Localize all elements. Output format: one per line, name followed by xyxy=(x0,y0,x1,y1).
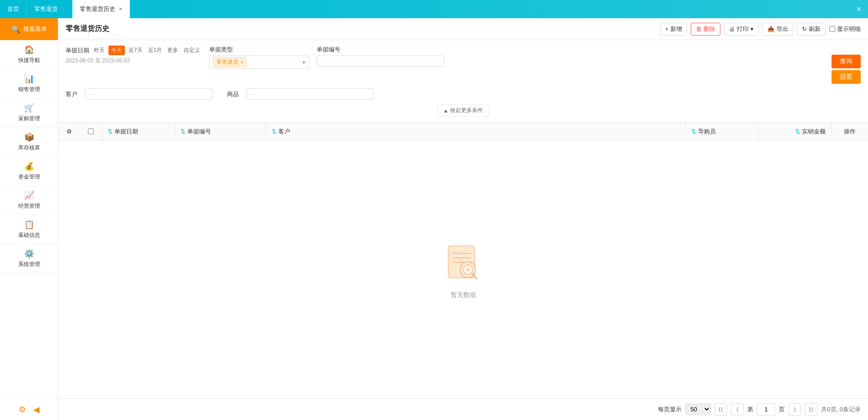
sidebar-item-operations[interactable]: 📈 经营管理 xyxy=(0,186,58,215)
type-tag: 零售退货 × xyxy=(213,57,247,67)
select-all-checkbox[interactable] xyxy=(88,128,94,134)
sidebar-item-inventory[interactable]: 📦 库存核算 xyxy=(0,128,58,157)
show-detail-checkbox-label[interactable]: 显示明细 xyxy=(829,25,861,33)
export-button[interactable]: 📤 导出 xyxy=(762,23,793,36)
window-close-button[interactable]: × xyxy=(850,0,868,18)
purchase-icon: 🛒 xyxy=(24,103,34,113)
empty-state-illustration xyxy=(441,240,486,286)
goods-input[interactable]: ··· xyxy=(246,88,374,100)
top-bar: 首页 零售退货 × 零售退货历史 × × xyxy=(0,0,868,18)
sort-number-icon: ⇅ xyxy=(180,128,185,135)
sidebar-bottom: ⚙ ◀ xyxy=(0,398,58,420)
empty-text: 暂无数据 xyxy=(451,291,476,299)
sidebar-item-finance[interactable]: 💰 资金管理 xyxy=(0,157,58,186)
sort-amount-icon: ⇅ xyxy=(795,128,800,135)
type-filter: 单据类型 零售退货 × ▾ xyxy=(209,46,309,69)
page-prefix: 第 xyxy=(747,405,753,414)
close-tab-retail-return-history[interactable]: × xyxy=(119,6,122,12)
date-shortcut-last7[interactable]: 近7天 xyxy=(127,46,144,55)
last-page-button[interactable]: ⟩⟩ xyxy=(805,403,817,416)
settings-column-icon: ⚙ xyxy=(67,128,72,135)
print-dropdown-icon: ▾ xyxy=(750,26,754,32)
pagination-bar: 每页显示 10 20 50 100 ⟨⟨ ⟨ 第 页 ⟩ ⟩⟩ 共0页, 0条记… xyxy=(58,398,868,420)
sidebar-item-purchase-mgmt[interactable]: 🛒 采购管理 xyxy=(0,98,58,128)
main-layout: 🔍 搜索菜单 🏠 快捷导航 📊 销售管理 🛒 采购管理 📦 库存核算 💰 资金管… xyxy=(0,18,868,420)
date-shortcut-more[interactable]: 更多 xyxy=(165,46,180,55)
th-checkbox[interactable] xyxy=(80,123,102,140)
tab-retail-return[interactable]: 零售退货 × xyxy=(27,0,72,18)
customer-filter: 客户 ··· xyxy=(66,88,212,100)
type-select-arrow-icon: ▾ xyxy=(303,59,305,66)
per-page-select[interactable]: 10 20 50 100 xyxy=(685,404,711,415)
th-amount[interactable]: ⇅ 实销金额 xyxy=(759,123,832,140)
collapse-sidebar-icon[interactable]: ◀ xyxy=(33,405,40,415)
filter-area: 单据日期 昨天 今天 近7天 近1月 更多 自定义 2023-06-02 至 2… xyxy=(58,40,868,123)
type-tag-remove[interactable]: × xyxy=(240,59,243,66)
th-settings[interactable]: ⚙ xyxy=(58,123,80,140)
collapse-filter-button[interactable]: ▲ 收起更多条件 xyxy=(437,104,489,117)
page-suffix: 页 xyxy=(779,405,785,414)
sidebar-search[interactable]: 🔍 搜索菜单 xyxy=(0,18,58,40)
page-header: 零售退货历史 + 新增 🗑 删除 🖨 打印 ▾ 📤 导出 ↻ xyxy=(58,18,868,40)
sidebar-item-sales-mgmt[interactable]: 📊 销售管理 xyxy=(0,69,58,98)
content-area: 零售退货历史 + 新增 🗑 删除 🖨 打印 ▾ 📤 导出 ↻ xyxy=(58,18,868,420)
tab-home[interactable]: 首页 xyxy=(0,0,27,18)
sort-date-icon: ⇅ xyxy=(108,128,113,135)
new-button[interactable]: + 新增 xyxy=(660,23,687,36)
page-title: 零售退货历史 xyxy=(66,24,660,34)
date-shortcut-last1m[interactable]: 近1月 xyxy=(146,46,164,55)
table-area: ⚙ ⇅ 单据日期 ⇅ 单据编号 ⇅ 客户 ⇅ xyxy=(58,123,868,398)
first-page-button[interactable]: ⟨⟨ xyxy=(714,403,727,416)
th-date[interactable]: ⇅ 单据日期 xyxy=(102,123,175,140)
date-shortcut-today[interactable]: 今天 xyxy=(108,46,125,55)
th-customer[interactable]: ⇅ 客户 xyxy=(266,123,686,140)
sidebar-item-system[interactable]: ⚙️ 系统管理 xyxy=(0,244,58,273)
sort-customer-icon: ⇅ xyxy=(272,128,277,135)
close-tab-retail-return[interactable]: × xyxy=(62,6,65,12)
operations-icon: 📈 xyxy=(24,190,34,200)
th-guide[interactable]: ⇅ 导购员 xyxy=(686,123,759,140)
export-icon: 📤 xyxy=(767,26,775,32)
action-buttons: 查询 设置 xyxy=(832,55,861,84)
refresh-icon: ↻ xyxy=(802,26,807,32)
delete-icon: 🗑 xyxy=(696,26,702,32)
total-info: 共0页, 0条记录 xyxy=(821,405,861,414)
doc-number-input[interactable] xyxy=(317,56,444,67)
date-shortcut-yesterday[interactable]: 昨天 xyxy=(92,46,107,55)
customer-input[interactable]: ··· xyxy=(85,88,212,100)
sidebar-item-quick-nav[interactable]: 🏠 快捷导航 xyxy=(0,40,58,69)
settings-button[interactable]: 设置 xyxy=(832,70,861,84)
type-select[interactable]: 零售退货 × ▾ xyxy=(209,56,309,69)
finance-icon: 💰 xyxy=(24,161,34,171)
header-actions: + 新增 🗑 删除 🖨 打印 ▾ 📤 导出 ↻ 刷新 xyxy=(660,23,861,36)
basic-info-icon: 📋 xyxy=(24,220,34,230)
th-number[interactable]: ⇅ 单据编号 xyxy=(175,123,266,140)
print-button[interactable]: 🖨 打印 ▾ xyxy=(724,23,759,36)
prev-page-button[interactable]: ⟨ xyxy=(731,403,744,416)
th-action: 操作 xyxy=(832,123,868,140)
show-detail-checkbox[interactable] xyxy=(829,26,835,32)
sidebar: 🔍 搜索菜单 🏠 快捷导航 📊 销售管理 🛒 采购管理 📦 库存核算 💰 资金管… xyxy=(0,18,58,420)
empty-state: 暂无数据 xyxy=(58,141,868,398)
next-page-button[interactable]: ⟩ xyxy=(788,403,801,416)
home-icon: 🏠 xyxy=(24,45,34,55)
doc-number-filter: 单据编号 xyxy=(317,46,444,67)
collapse-icon: ▲ xyxy=(443,108,449,114)
per-page-label: 每页显示 xyxy=(658,405,682,414)
date-shortcut-custom[interactable]: 自定义 xyxy=(182,46,202,55)
inventory-icon: 📦 xyxy=(24,132,34,142)
refresh-button[interactable]: ↻ 刷新 xyxy=(797,23,826,36)
settings-bottom-icon[interactable]: ⚙ xyxy=(19,405,26,415)
date-range-display: 2023-06-02 至 2023-06-02 xyxy=(66,57,130,65)
sales-icon: 📊 xyxy=(24,74,34,84)
sidebar-item-basic-info[interactable]: 📋 基础信息 xyxy=(0,215,58,244)
delete-button[interactable]: 🗑 删除 xyxy=(691,23,720,36)
date-filter: 单据日期 昨天 今天 近7天 近1月 更多 自定义 2023-06-02 至 2… xyxy=(66,46,202,65)
query-button[interactable]: 查询 xyxy=(832,55,861,68)
table-header: ⚙ ⇅ 单据日期 ⇅ 单据编号 ⇅ 客户 ⇅ xyxy=(58,123,868,141)
sort-guide-icon: ⇅ xyxy=(691,128,696,135)
page-number-input[interactable] xyxy=(757,403,775,416)
search-icon: 🔍 xyxy=(11,25,21,34)
tab-retail-return-history[interactable]: 零售退货历史 × xyxy=(72,0,130,18)
system-icon: ⚙️ xyxy=(24,249,34,259)
